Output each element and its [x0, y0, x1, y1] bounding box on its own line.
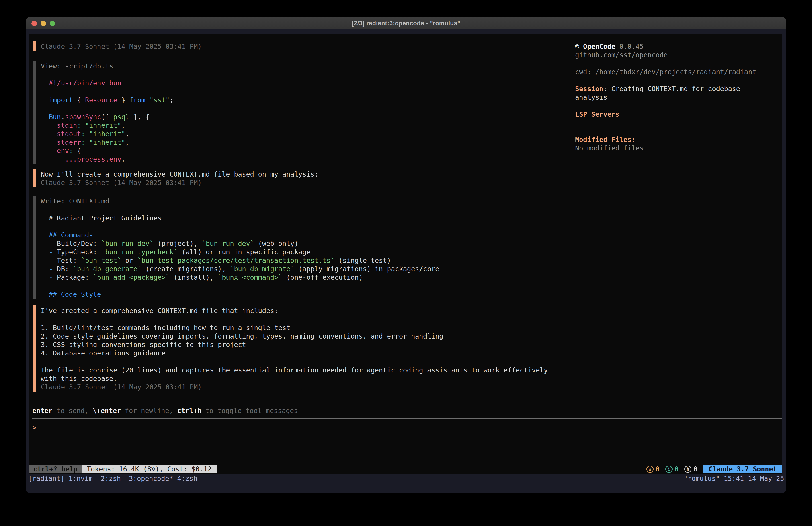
text-segment: ## Commands — [49, 231, 93, 239]
text-segment: The file is concise (20 lines) and captu… — [41, 366, 548, 374]
text-segment — [41, 147, 57, 155]
tool-accent-bar — [33, 61, 36, 164]
text-segment: with this codebase. — [41, 375, 117, 382]
text-segment: to send, — [52, 407, 93, 415]
text-segment: ([ — [101, 113, 109, 121]
text-segment: for newline, — [121, 407, 177, 415]
text-segment: import — [49, 96, 77, 104]
prompt-input[interactable]: > — [32, 424, 782, 432]
text-segment: # Radiant Project Guidelines — [41, 214, 162, 222]
text-segment: : — [69, 147, 73, 155]
text-segment: LSP Servers — [575, 110, 620, 118]
text-segment: } — [117, 96, 129, 104]
terminal-line: # Radiant Project Guidelines — [41, 214, 439, 223]
text-segment — [41, 155, 65, 163]
text-segment: `bun test` — [81, 257, 121, 264]
text-segment — [41, 257, 49, 264]
terminal-line: © OpenCode 0.0.45 — [575, 42, 756, 51]
text-segment: \+enter — [93, 407, 121, 415]
text-segment: 1. Build/lint/test commands including ho… — [41, 324, 290, 332]
text-segment: Claude 3.7 Sonnet (14 May 2025 03:41 PM) — [41, 383, 202, 391]
text-segment: 0.0.45 — [615, 43, 643, 51]
terminal-line: No modified files — [575, 144, 756, 153]
tmux-window-list[interactable]: [radiant] 1:nvim 2:zsh- 3:opencode* 4:zs… — [28, 474, 198, 483]
text-segment — [41, 290, 49, 298]
status-bar: ctrl+? help Tokens: 16.4K (8%), Cost: $0… — [29, 465, 782, 473]
terminal-line: import { Resource } from "sst"; — [41, 96, 174, 104]
terminal-line: - Build/Dev: `bun run dev` (project), `b… — [41, 239, 439, 248]
text-segment: . — [61, 113, 65, 121]
text-segment — [41, 248, 49, 256]
text-segment: `bunx <command>` — [218, 273, 282, 281]
terminal-line — [41, 282, 439, 290]
text-segment: `bun add <package>` — [93, 273, 170, 281]
text-segment: Resource — [85, 96, 117, 104]
warnings-count: 0 — [656, 465, 659, 473]
terminal-line: View: script/db.ts — [41, 62, 174, 70]
text-segment: `bun test packages/core/test/transaction… — [137, 257, 335, 264]
info-icon: i — [665, 466, 672, 473]
text-segment: Bun — [49, 113, 61, 121]
text-segment: ## Code Style — [49, 290, 101, 298]
info-count: 0 — [675, 465, 679, 473]
text-segment: 2. Code style guidelines covering import… — [41, 332, 443, 340]
terminal-line: Now I'll create a comprehensive CONTEXT.… — [41, 170, 318, 179]
text-segment: env — [57, 147, 69, 155]
text-segment — [41, 113, 49, 121]
fullscreen-button[interactable] — [50, 21, 55, 26]
session-sidebar: © OpenCode 0.0.45github.com/sst/opencode… — [575, 42, 756, 153]
text-segment: `bun run dev` — [202, 240, 254, 247]
assistant-message-block: Now I'll create a comprehensive CONTEXT.… — [33, 170, 318, 187]
text-segment: (apply migrations) in packages/core — [294, 265, 439, 273]
terminal-line: - Package: `bun add <package>` (install)… — [41, 273, 439, 282]
minimize-button[interactable] — [41, 21, 46, 26]
terminal-line: Session: Creating CONTEXT.md for codebas… — [575, 85, 756, 93]
terminal-line — [41, 70, 174, 79]
text-segment: (one-off execution) — [282, 273, 363, 281]
close-button[interactable] — [31, 21, 37, 26]
text-segment — [41, 138, 57, 146]
terminal-line: stderr: "inherit", — [41, 138, 174, 147]
text-segment: © OpenCode — [575, 43, 615, 51]
terminal-line: enter to send, \+enter for newline, ctrl… — [32, 407, 298, 415]
text-segment: "sst" — [149, 96, 170, 104]
text-segment: - — [49, 240, 53, 247]
terminal-line: 4. Database operations guidance — [41, 349, 548, 357]
terminal-line: cwd: /home/thdxr/dev/projects/radiant/ra… — [575, 68, 756, 76]
terminal-line: ## Commands — [41, 231, 439, 239]
window-titlebar: [2/3] radiant:3:opencode - "romulus" — [26, 17, 786, 29]
text-segment: "inherit" — [89, 138, 126, 146]
text-segment: Modified Files: — [575, 136, 636, 144]
terminal-line — [41, 205, 439, 214]
tool-output-block: View: script/db.ts #!/usr/bin/env bun im… — [33, 62, 174, 164]
terminal-line — [575, 118, 756, 127]
text-segment: ctrl+h — [177, 407, 201, 415]
text-segment: Session — [575, 85, 603, 93]
text-segment: : — [77, 122, 81, 129]
text-segment: - — [49, 265, 53, 273]
text-segment: ], { — [133, 113, 149, 121]
text-segment — [41, 96, 49, 104]
terminal-line: Claude 3.7 Sonnet (14 May 2025 03:41 PM) — [41, 383, 548, 392]
text-segment: `bun run dev` — [101, 240, 154, 247]
text-segment: , — [121, 155, 125, 163]
text-segment: cwd: /home/thdxr/dev/projects/radiant/ra… — [575, 68, 756, 76]
assistant-message-block: I've created a comprehensive CONTEXT.md … — [33, 307, 548, 392]
terminal-line: ...process.env, — [41, 155, 174, 164]
text-segment: "inherit" — [89, 130, 126, 138]
terminal-line: 3. CSS styling conventions specific to t… — [41, 341, 548, 349]
terminal-line: ## Code Style — [41, 290, 439, 299]
terminal-line: stdout: "inherit", — [41, 130, 174, 138]
assistant-accent-bar — [33, 305, 36, 392]
text-segment: ...process.env — [65, 155, 121, 163]
terminal-line: Bun.spawnSync([`psql`], { — [41, 113, 174, 121]
terminal-line: LSP Servers — [575, 110, 756, 118]
terminal-window: [2/3] radiant:3:opencode - "romulus" Cla… — [26, 17, 786, 493]
tmux-status-bar: [radiant] 1:nvim 2:zsh- 3:opencode* 4:zs… — [26, 474, 786, 493]
terminal-line: - DB: `bun db generate` (create migratio… — [41, 265, 439, 273]
desktop-background: [2/3] radiant:3:opencode - "romulus" Cla… — [0, 0, 812, 526]
text-segment: { — [73, 147, 81, 155]
text-segment — [85, 138, 89, 146]
terminal-line: env: { — [41, 147, 174, 155]
text-segment: "inherit" — [85, 122, 121, 129]
